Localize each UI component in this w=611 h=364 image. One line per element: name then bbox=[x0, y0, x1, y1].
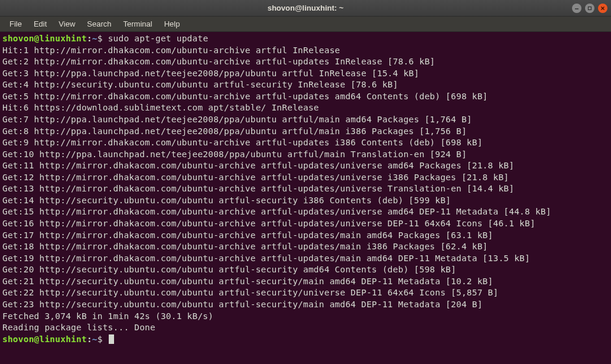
window-controls bbox=[572, 4, 607, 13]
terminal-output[interactable]: shovon@linuxhint:~$ sudo apt-get update … bbox=[0, 32, 611, 364]
titlebar: shovon@linuxhint: ~ bbox=[0, 0, 611, 17]
prompt-dollar: $ bbox=[98, 334, 103, 344]
prompt-colon: : bbox=[87, 334, 92, 344]
prompt-line: shovon@linuxhint:~$ sudo apt-get update bbox=[2, 33, 609, 45]
prompt-line-2: shovon@linuxhint:~$ bbox=[2, 334, 609, 346]
output-line: Get:8 http://ppa.launchpad.net/teejee200… bbox=[2, 126, 609, 138]
prompt-user: shovon@linuxhint bbox=[2, 34, 87, 43]
output-line: Get:15 http://mirror.dhakacom.com/ubuntu… bbox=[2, 206, 609, 218]
output-line: Get:16 http://mirror.dhakacom.com/ubuntu… bbox=[2, 218, 609, 230]
output-line: Get:2 http://mirror.dhakacom.com/ubuntu-… bbox=[2, 56, 609, 68]
terminal-window: shovon@linuxhint: ~ File Edit View Searc… bbox=[0, 0, 611, 364]
command-text: sudo apt-get update bbox=[108, 34, 209, 43]
output-line: Get:21 http://security.ubuntu.com/ubuntu… bbox=[2, 276, 609, 288]
output-line: Get:5 http://mirror.dhakacom.com/ubuntu-… bbox=[2, 91, 609, 103]
output-line: Get:12 http://mirror.dhakacom.com/ubuntu… bbox=[2, 172, 609, 184]
output-line: Get:11 http://mirror.dhakacom.com/ubuntu… bbox=[2, 160, 609, 172]
svg-rect-1 bbox=[589, 6, 592, 9]
output-line: Get:3 http://ppa.launchpad.net/teejee200… bbox=[2, 68, 609, 80]
minimize-button[interactable] bbox=[572, 4, 581, 13]
output-line: Reading package lists... Done bbox=[2, 322, 609, 334]
output-line: Get:14 http://security.ubuntu.com/ubuntu… bbox=[2, 195, 609, 207]
output-line: Get:10 http://ppa.launchpad.net/teejee20… bbox=[2, 149, 609, 161]
menu-search[interactable]: Search bbox=[81, 17, 117, 31]
menu-edit[interactable]: Edit bbox=[28, 17, 53, 31]
prompt-dollar: $ bbox=[98, 34, 103, 43]
maximize-icon bbox=[587, 6, 592, 11]
menu-help[interactable]: Help bbox=[158, 17, 186, 31]
cursor bbox=[109, 334, 114, 344]
window-title: shovon@linuxhint: ~ bbox=[268, 3, 344, 14]
output-line: Get:7 http://ppa.launchpad.net/teejee200… bbox=[2, 114, 609, 126]
output-line: Get:4 http://security.ubuntu.com/ubuntu … bbox=[2, 79, 609, 91]
output-line: Get:23 http://security.ubuntu.com/ubuntu… bbox=[2, 299, 609, 311]
menubar: File Edit View Search Terminal Help bbox=[0, 17, 611, 32]
output-line: Get:9 http://mirror.dhakacom.com/ubuntu-… bbox=[2, 137, 609, 149]
output-line: Get:22 http://security.ubuntu.com/ubuntu… bbox=[2, 287, 609, 299]
prompt-path: ~ bbox=[92, 34, 98, 43]
close-icon bbox=[600, 6, 605, 11]
output-line: Hit:1 http://mirror.dhakacom.com/ubuntu-… bbox=[2, 45, 609, 57]
minimize-icon bbox=[574, 6, 579, 11]
menu-file[interactable]: File bbox=[4, 17, 28, 31]
maximize-button[interactable] bbox=[585, 4, 594, 13]
output-line: Get:19 http://mirror.dhakacom.com/ubuntu… bbox=[2, 253, 609, 265]
prompt-path: ~ bbox=[92, 334, 98, 344]
menu-terminal[interactable]: Terminal bbox=[118, 17, 158, 31]
output-line: Get:18 http://mirror.dhakacom.com/ubuntu… bbox=[2, 241, 609, 253]
prompt-colon: : bbox=[87, 34, 92, 43]
output-line: Get:20 http://security.ubuntu.com/ubuntu… bbox=[2, 264, 609, 276]
output-line: Fetched 3,074 kB in 1min 42s (30.1 kB/s) bbox=[2, 311, 609, 323]
output-lines: Hit:1 http://mirror.dhakacom.com/ubuntu-… bbox=[2, 45, 609, 334]
prompt-user: shovon@linuxhint bbox=[2, 334, 87, 344]
output-line: Get:13 http://mirror.dhakacom.com/ubuntu… bbox=[2, 183, 609, 195]
menu-view[interactable]: View bbox=[53, 17, 81, 31]
output-line: Get:17 http://mirror.dhakacom.com/ubuntu… bbox=[2, 230, 609, 242]
close-button[interactable] bbox=[598, 4, 607, 13]
output-line: Hit:6 https://download.sublimetext.com a… bbox=[2, 102, 609, 114]
